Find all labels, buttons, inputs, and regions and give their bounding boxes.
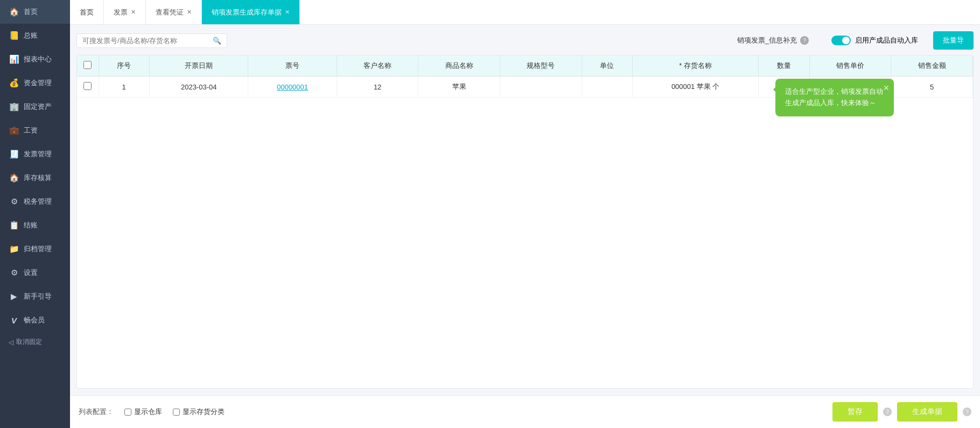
footer-buttons: 暂存 ? 生成单据 ? bbox=[832, 402, 971, 422]
sidebar-item-assets[interactable]: 🏢 固定资产 bbox=[0, 95, 70, 119]
sidebar-label-invoice-mgmt: 发票管理 bbox=[24, 149, 52, 159]
row-unit bbox=[582, 77, 632, 98]
save-help-icon[interactable]: ? bbox=[883, 408, 892, 416]
sidebar-label-guide: 新手引导 bbox=[24, 292, 52, 301]
tab-invoice-label: 发票 bbox=[114, 8, 128, 17]
search-input[interactable] bbox=[82, 37, 209, 45]
sidebar-item-tax[interactable]: ⚙ 税务管理 bbox=[0, 190, 70, 213]
show-warehouse-label[interactable]: 显示仓库 bbox=[124, 407, 162, 417]
main-content: 首页 发票 ✕ 查看凭证 ✕ 销项发票生成库存单据 ✕ 🔍 销项发票_信息补充 … bbox=[70, 0, 980, 428]
tab-cancel-invoice-label: 销项发票生成库存单据 bbox=[212, 8, 282, 17]
tooltip-close-button[interactable]: ✕ bbox=[883, 82, 890, 94]
page-content: 🔍 销项发票_信息补充 ? 启用产成品自动入库 批量导 bbox=[70, 25, 980, 395]
generate-help-icon[interactable]: ? bbox=[963, 408, 971, 416]
ledger-icon: 📒 bbox=[9, 31, 19, 40]
sidebar-item-payroll[interactable]: 💼 工资 bbox=[0, 119, 70, 142]
sidebar-label-home: 首页 bbox=[24, 7, 38, 17]
row-ticket-no[interactable]: 00000001 bbox=[248, 77, 337, 98]
sidebar-label-assets: 固定资产 bbox=[24, 102, 52, 112]
settle-icon: 📋 bbox=[9, 220, 19, 230]
sidebar-item-vip[interactable]: V 畅会员 bbox=[0, 308, 70, 332]
show-category-text: 显示存货分类 bbox=[183, 407, 225, 417]
sidebar-label-settle: 结账 bbox=[24, 220, 38, 230]
config-label: 列表配置： bbox=[79, 407, 114, 417]
select-all-checkbox[interactable] bbox=[83, 61, 92, 69]
sidebar-item-invoice-mgmt[interactable]: 🧾 发票管理 bbox=[0, 142, 70, 166]
payroll-icon: 💼 bbox=[9, 126, 19, 135]
sidebar-item-guide[interactable]: ▶ 新手引导 bbox=[0, 285, 70, 308]
sidebar-item-reports[interactable]: 📊 报表中心 bbox=[0, 47, 70, 71]
col-unit: 单位 bbox=[582, 56, 632, 77]
sidebar-pin[interactable]: ◁ 取消固定 bbox=[0, 332, 70, 352]
sidebar-item-ledger[interactable]: 📒 总账 bbox=[0, 24, 70, 47]
tax-icon: ⚙ bbox=[9, 197, 19, 206]
home-icon: 🏠 bbox=[9, 7, 19, 17]
info-label: 销项发票_信息补充 bbox=[737, 36, 797, 45]
tooltip-bubble: ✕ 适合生产型企业，销项发票自动生成产成品入库，快来体验～ bbox=[775, 79, 894, 116]
tab-cancel-invoice[interactable]: 销项发票生成库存单据 ✕ bbox=[202, 0, 300, 24]
save-button[interactable]: 暂存 bbox=[832, 402, 878, 422]
col-spec: 规格型号 bbox=[500, 56, 582, 77]
col-amount: 销售金额 bbox=[891, 56, 973, 77]
settings-icon: ⚙ bbox=[9, 268, 19, 278]
show-category-checkbox[interactable] bbox=[173, 409, 180, 416]
sidebar-item-settings[interactable]: ⚙ 设置 bbox=[0, 261, 70, 285]
col-inventory-name: * 存货名称 bbox=[633, 56, 759, 77]
batch-button[interactable]: 批量导 bbox=[933, 31, 974, 50]
col-quantity: 数量 bbox=[759, 56, 809, 77]
show-warehouse-checkbox[interactable] bbox=[124, 409, 131, 416]
archive-icon: 📁 bbox=[9, 244, 19, 254]
toggle-area: 启用产成品自动入库 bbox=[831, 36, 918, 45]
search-box[interactable]: 🔍 bbox=[76, 33, 227, 48]
auto-warehouse-toggle[interactable] bbox=[831, 36, 851, 45]
tab-invoice[interactable]: 发票 ✕ bbox=[104, 0, 146, 24]
tab-voucher-label: 查看凭证 bbox=[156, 8, 184, 17]
col-date: 开票日期 bbox=[149, 56, 248, 77]
sidebar-label-tax: 税务管理 bbox=[24, 197, 52, 206]
row-inventory-name: 000001 苹果 个 bbox=[633, 77, 759, 98]
tab-invoice-close[interactable]: ✕ bbox=[131, 9, 136, 16]
pin-label: 取消固定 bbox=[16, 337, 42, 347]
row-amount: 5 bbox=[891, 77, 973, 98]
generate-button[interactable]: 生成单据 bbox=[897, 402, 957, 422]
sidebar-label-reports: 报表中心 bbox=[24, 54, 52, 64]
sidebar-item-funds[interactable]: 💰 资金管理 bbox=[0, 71, 70, 95]
row-checkbox-cell bbox=[77, 77, 99, 98]
row-product-name: 苹果 bbox=[418, 77, 500, 98]
tab-home[interactable]: 首页 bbox=[70, 0, 104, 24]
pin-icon: ◁ bbox=[9, 339, 13, 346]
row-checkbox[interactable] bbox=[83, 82, 92, 90]
sidebar: 🏠 首页 📒 总账 📊 报表中心 💰 资金管理 🏢 固定资产 💼 工资 🧾 发票… bbox=[0, 0, 70, 428]
sidebar-item-inventory[interactable]: 🏠 库存核算 bbox=[0, 166, 70, 190]
info-section: 销项发票_信息补充 ? bbox=[737, 36, 809, 45]
tab-cancel-invoice-close[interactable]: ✕ bbox=[285, 9, 290, 16]
show-category-label[interactable]: 显示存货分类 bbox=[173, 407, 225, 417]
guide-icon: ▶ bbox=[9, 292, 19, 301]
col-seq: 序号 bbox=[99, 56, 149, 77]
sidebar-item-settle[interactable]: 📋 结账 bbox=[0, 213, 70, 237]
row-spec bbox=[500, 77, 582, 98]
sidebar-item-home[interactable]: 🏠 首页 bbox=[0, 0, 70, 24]
table-header-row: 序号 开票日期 票号 客户名称 商品名称 规格型号 单位 * 存货名称 数量 销… bbox=[77, 56, 973, 77]
sidebar-item-archive[interactable]: 📁 归档管理 bbox=[0, 237, 70, 261]
sidebar-label-vip: 畅会员 bbox=[24, 315, 45, 325]
sidebar-label-payroll: 工资 bbox=[24, 126, 38, 135]
vip-icon: V bbox=[9, 316, 19, 325]
tab-bar: 首页 发票 ✕ 查看凭证 ✕ 销项发票生成库存单据 ✕ bbox=[70, 0, 980, 25]
search-icon: 🔍 bbox=[213, 37, 221, 45]
tab-voucher[interactable]: 查看凭证 ✕ bbox=[146, 0, 202, 24]
row-date: 2023-03-04 bbox=[149, 77, 248, 98]
col-price: 销售单价 bbox=[809, 56, 891, 77]
col-ticket-no: 票号 bbox=[248, 56, 337, 77]
invoice-mgmt-icon: 🧾 bbox=[9, 149, 19, 159]
tab-voucher-close[interactable]: ✕ bbox=[187, 9, 192, 16]
funds-icon: 💰 bbox=[9, 78, 19, 88]
info-help-icon[interactable]: ? bbox=[800, 36, 809, 45]
assets-icon: 🏢 bbox=[9, 102, 19, 112]
reports-icon: 📊 bbox=[9, 54, 19, 64]
sidebar-label-funds: 资金管理 bbox=[24, 78, 52, 88]
row-seq: 1 bbox=[99, 77, 149, 98]
tooltip-text: 适合生产型企业，销项发票自动生成产成品入库，快来体验～ bbox=[785, 87, 883, 107]
show-warehouse-text: 显示仓库 bbox=[134, 407, 162, 417]
col-checkbox bbox=[77, 56, 99, 77]
